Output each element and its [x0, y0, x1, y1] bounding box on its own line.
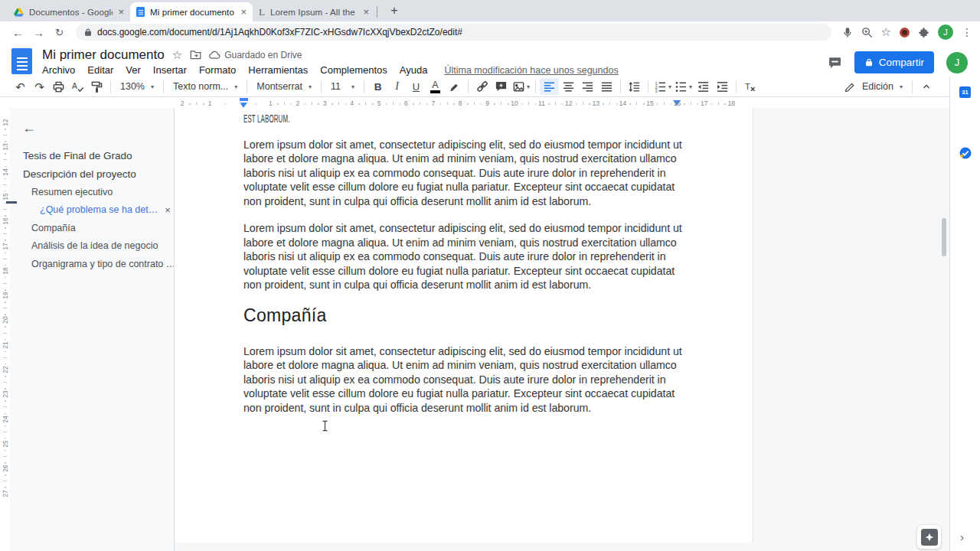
align-left-button[interactable]	[540, 78, 559, 95]
browser-tab-1[interactable]: Documentos - Google Drive×	[8, 2, 130, 21]
font-select[interactable]: Montserrat▾	[251, 78, 317, 95]
tab-title: Documentos - Google Drive	[29, 8, 113, 17]
ruler-tick-dot	[562, 103, 564, 105]
paragraph[interactable]: Lorem ipsum dolor sit amet, consectetur …	[243, 138, 684, 208]
clear-formatting-button[interactable]: T	[740, 78, 760, 95]
menu-complementos[interactable]: Complementos	[320, 64, 387, 76]
star-icon[interactable]: ☆	[172, 48, 182, 62]
horizontal-ruler[interactable]: 21123456789101112131415161718	[0, 97, 949, 108]
zoom-search-icon[interactable]	[861, 27, 873, 38]
decrease-indent-button[interactable]	[694, 78, 713, 95]
ruler-number: 12	[565, 99, 572, 107]
align-center-button[interactable]	[559, 78, 578, 95]
menu-ayuda[interactable]: Ayuda	[400, 64, 428, 76]
account-avatar[interactable]: J	[946, 52, 968, 73]
calendar-icon[interactable]: 31	[959, 86, 971, 98]
font-size-select[interactable]: 11▾	[325, 78, 360, 95]
outline-item-6[interactable]: Análisis de la idea de negocio	[10, 237, 174, 256]
bookmark-star-icon[interactable]: ☆	[881, 25, 891, 39]
bold-button[interactable]: B	[368, 78, 387, 95]
address-bar[interactable]: docs.google.com/document/d/1Aj1AqkhD0Kof…	[76, 24, 831, 41]
remove-from-outline-icon[interactable]: ×	[165, 204, 171, 216]
document-page[interactable]: EST LABORUM. Lorem ipsum dolor sit amet,…	[175, 108, 753, 543]
share-button[interactable]: Compartir	[854, 51, 934, 73]
align-justify-button[interactable]	[597, 78, 616, 95]
browser-menu-icon[interactable]: ⋮	[962, 26, 972, 38]
print-button[interactable]	[49, 78, 68, 95]
browser-tab-3[interactable]: LLorem Ipsum - All the facts - L×	[253, 2, 375, 21]
undo-button[interactable]: ↶	[11, 78, 30, 95]
extensions-puzzle-icon[interactable]	[918, 27, 929, 38]
ruler-tick-dot	[616, 103, 618, 105]
tab-close-icon[interactable]: ×	[240, 7, 247, 17]
menu-herramientas[interactable]: Herramientas	[248, 64, 308, 76]
redo-button[interactable]: ↷	[30, 78, 49, 95]
add-comment-button[interactable]	[492, 78, 511, 95]
move-folder-icon[interactable]	[190, 50, 201, 60]
paragraph-style-select[interactable]: Texto norm...▾	[168, 78, 243, 95]
document-title[interactable]: Mi primer documento	[42, 47, 165, 63]
paragraph[interactable]: Lorem ipsum dolor sit amet, consectetur …	[243, 344, 684, 415]
docs-logo-icon[interactable]	[11, 48, 32, 74]
numbered-list-button[interactable]: 123 ▾	[652, 78, 673, 95]
italic-button[interactable]: I	[387, 78, 407, 95]
browser-profile-avatar[interactable]: J	[938, 24, 953, 40]
back-icon[interactable]: ←	[8, 26, 28, 39]
ruler-tick-dot	[225, 103, 227, 105]
insert-link-button[interactable]	[472, 78, 492, 95]
ruler-number: 14	[2, 167, 9, 177]
outline-item-7[interactable]: Organigrama y tipo de contrato …	[10, 255, 174, 273]
collapse-toolbar-button[interactable]	[916, 78, 936, 95]
first-line-indent-marker[interactable]	[240, 98, 248, 101]
outline-item-5[interactable]: Compañía	[10, 219, 174, 237]
microphone-icon[interactable]	[842, 27, 853, 38]
outline-item-4[interactable]: ¿Qué problema se ha det…×	[10, 201, 174, 220]
outline-item-1[interactable]: Tesis de Final de Grado	[10, 147, 174, 165]
explore-button[interactable]	[916, 524, 942, 549]
ruler-tick-dot	[5, 413, 6, 415]
menu-formato[interactable]: Formato	[199, 64, 236, 76]
ruler-number: 15	[646, 99, 653, 107]
hide-side-panel-icon[interactable]: ›	[960, 530, 964, 543]
comments-icon[interactable]	[828, 56, 842, 70]
tasks-icon[interactable]	[959, 147, 972, 159]
insert-image-button[interactable]: ▾	[511, 78, 531, 95]
underline-button[interactable]: U	[407, 78, 426, 95]
last-modified-link[interactable]: Última modificación hace unos segundos	[444, 65, 618, 76]
editing-mode-select[interactable]: Edición ▾	[839, 78, 908, 95]
outline-item-2[interactable]: Descripción del proyecto	[10, 165, 174, 184]
heading-compania[interactable]: Compañía	[243, 308, 684, 322]
ruler-tick-dot	[494, 103, 495, 105]
bulleted-list-button[interactable]: ▾	[673, 78, 694, 95]
ruler-number: 16	[2, 217, 9, 227]
ruler-tick	[3, 432, 7, 432]
reload-icon[interactable]: ↻	[49, 27, 70, 38]
extension-adblock-icon[interactable]	[900, 28, 910, 37]
line-spacing-button[interactable]	[625, 78, 644, 95]
tab-close-icon[interactable]: ×	[118, 7, 124, 17]
menu-ver[interactable]: Ver	[126, 64, 141, 76]
paragraph-fragment[interactable]: EST LABORUM.	[243, 110, 560, 122]
forward-icon[interactable]: →	[28, 26, 49, 39]
text-color-button[interactable]: A	[426, 78, 445, 95]
increase-indent-button[interactable]	[713, 78, 732, 95]
zoom-select[interactable]: 130%▾	[115, 78, 159, 95]
spellcheck-button[interactable]: A	[68, 78, 87, 95]
scrollbar-thumb[interactable]	[942, 218, 946, 256]
tab-close-icon[interactable]: ×	[363, 7, 369, 17]
vertical-ruler[interactable]: 12131415161718192021222324252627	[0, 108, 10, 551]
menu-insertar[interactable]: Insertar	[153, 64, 187, 76]
new-tab-button[interactable]: +	[385, 4, 403, 18]
toolbar-divider	[110, 80, 111, 93]
paragraph[interactable]: Lorem ipsum dolor sit amet, consectetur …	[243, 221, 684, 292]
paint-format-button[interactable]	[87, 78, 106, 95]
close-outline-icon[interactable]: ←	[22, 120, 38, 136]
ruler-tick	[718, 102, 719, 105]
highlight-color-button[interactable]	[445, 78, 464, 95]
menu-archivo[interactable]: Archivo	[42, 64, 75, 76]
ruler-tick	[3, 209, 7, 210]
outline-item-3[interactable]: Resumen ejecutivo	[10, 183, 174, 201]
align-right-button[interactable]	[578, 78, 597, 95]
browser-tab-2[interactable]: Mi primer documento - Docum×	[130, 2, 253, 21]
menu-editar[interactable]: Editar	[87, 64, 113, 76]
